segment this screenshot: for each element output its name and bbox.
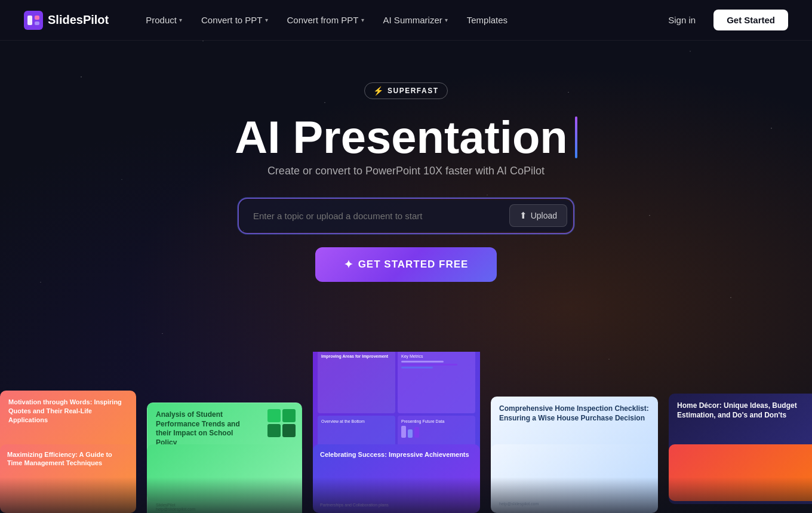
nav-item-product[interactable]: Product ▾ [137, 10, 190, 30]
sparkle-icon: ✦ [344, 258, 353, 271]
logo-icon [24, 11, 43, 30]
getstarted-nav-button[interactable]: Get Started [713, 10, 788, 30]
hero-title: AI Presentation [235, 112, 577, 162]
cursor-decoration [575, 116, 577, 158]
lightning-icon: ⚡ [373, 86, 385, 96]
chevron-down-icon: ▾ [361, 17, 364, 23]
signin-button[interactable]: Sign in [657, 10, 706, 30]
upload-icon: ⬆ [519, 210, 527, 221]
superfast-badge: ⚡ SUPERFAST [364, 82, 447, 99]
nav-links: Product ▾ Convert to PPT ▾ Convert from … [137, 10, 657, 30]
logo[interactable]: SlidesPilot [24, 11, 109, 30]
logo-text: SlidesPilot [48, 13, 109, 27]
svg-rect-3 [35, 21, 39, 25]
card-celebrating-title: Celebrating Success: Impressive Achievem… [320, 450, 473, 459]
nav-item-ai-summarizer[interactable]: AI Summarizer ▾ [375, 10, 456, 30]
bottom-fade [0, 477, 812, 513]
card-maximizing-title: Maximizing Efficiency: A Guide to Time M… [7, 450, 129, 468]
nav-item-convert-from-ppt[interactable]: Convert from PPT ▾ [279, 10, 373, 30]
nav-right: Sign in Get Started [657, 10, 788, 30]
card-home-inspection-title: Comprehensive Home Inspection Checklist:… [499, 404, 650, 423]
cta-button[interactable]: ✦ GET STARTED FREE [315, 247, 497, 282]
nav-item-convert-to-ppt[interactable]: Convert to PPT ▾ [193, 10, 276, 30]
upload-button[interactable]: ⬆ Upload [509, 204, 567, 227]
card-student-title: Analysis of Student Performance Trends a… [156, 410, 245, 447]
svg-rect-1 [27, 16, 32, 25]
svg-rect-0 [24, 11, 43, 30]
card-home-decor-title: Home Décor: Unique Ideas, Budget Estimat… [677, 401, 812, 420]
svg-rect-2 [35, 16, 39, 20]
topic-input-wrapper: ⬆ Upload [239, 199, 573, 233]
chevron-down-icon: ▾ [265, 17, 268, 23]
navbar: SlidesPilot Product ▾ Convert to PPT ▾ C… [0, 0, 812, 41]
hero-section: ⚡ SUPERFAST AI Presentation Create or co… [0, 41, 812, 282]
chevron-down-icon: ▾ [179, 17, 182, 23]
card-motivation-title: Motivation through Words: Inspiring Quot… [8, 398, 128, 425]
hero-subtitle: Create or convert to PowerPoint 10X fast… [267, 165, 545, 177]
chevron-down-icon: ▾ [445, 17, 448, 23]
nav-item-templates[interactable]: Templates [459, 10, 516, 30]
